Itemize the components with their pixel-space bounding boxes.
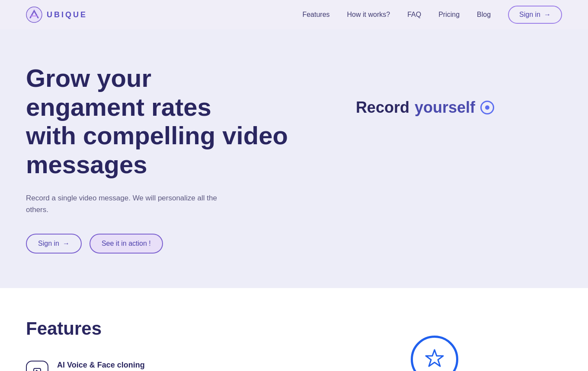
hero-buttons: Sign in → See it in action ! (26, 234, 288, 254)
nav-link-features[interactable]: Features (302, 11, 329, 19)
svg-marker-3 (426, 350, 443, 366)
navbar: UBIQUE Features How it works? FAQ Pricin… (0, 0, 588, 29)
play-icon (33, 368, 41, 371)
features-right (307, 318, 562, 371)
nav-link-faq[interactable]: FAQ (407, 11, 421, 19)
hero-signin-button[interactable]: Sign in → (26, 234, 82, 254)
nav-link-blog[interactable]: Blog (477, 11, 491, 19)
features-left: Features AI Voice & Face cloning Start u… (26, 318, 281, 371)
feature-item-ai-voice: AI Voice & Face cloning Start using our … (26, 361, 281, 371)
features-title: Features (26, 318, 281, 339)
hero-section: Grow your engament rates with compelling… (0, 29, 588, 288)
logo[interactable]: UBIQUE (26, 6, 87, 23)
nav-link-how-it-works[interactable]: How it works? (347, 11, 390, 19)
ai-voice-icon-wrap (26, 361, 48, 371)
hero-action-button[interactable]: See it in action ! (89, 234, 163, 254)
svg-point-0 (26, 7, 42, 22)
nav-links: Features How it works? FAQ Pricing Blog … (302, 6, 562, 24)
record-label: Record yourself (356, 98, 494, 117)
nav-signin-button[interactable]: Sign in → (508, 6, 562, 24)
stars-illustration (387, 336, 482, 371)
hero-subtitle: Record a single video message. We will p… (26, 192, 233, 216)
ai-voice-text: AI Voice & Face cloning Start using our … (57, 361, 281, 371)
hero-title: Grow your engament rates with compelling… (26, 64, 288, 179)
nav-link-pricing[interactable]: Pricing (438, 11, 460, 19)
hero-left: Grow your engament rates with compelling… (26, 64, 288, 254)
logo-icon (26, 6, 42, 23)
logo-text: UBIQUE (47, 10, 87, 19)
star-icon-top (422, 346, 447, 371)
hero-right: Record yourself (288, 64, 562, 117)
star-circle-top (411, 336, 458, 371)
features-section: Features AI Voice & Face cloning Start u… (0, 288, 588, 371)
camera-icon (480, 101, 494, 114)
